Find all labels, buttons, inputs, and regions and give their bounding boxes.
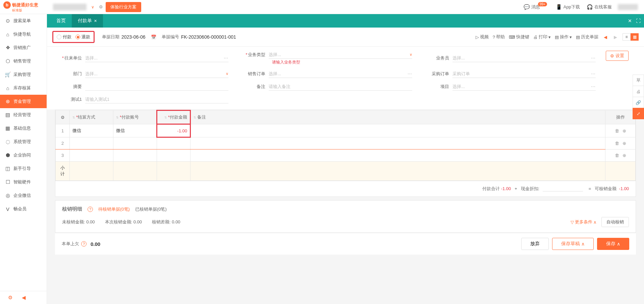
sidebar-item-wechat[interactable]: ◎企业微信	[0, 189, 47, 202]
shortcut-link[interactable]: ⌨ 快捷键	[509, 34, 529, 40]
col-remark[interactable]: ⇅备注	[191, 111, 605, 124]
calendar-icon[interactable]: 📅	[151, 35, 156, 40]
save-button[interactable]: 保存∧	[597, 238, 629, 250]
cell-remark[interactable]	[191, 137, 605, 149]
summary-input[interactable]	[85, 84, 228, 89]
cell-account[interactable]	[113, 149, 157, 162]
delete-row-icon[interactable]: 🗑	[615, 128, 619, 133]
sidebar-item-search[interactable]: ⊙搜索菜单	[0, 14, 47, 28]
save-draft-button[interactable]: 保存草稿∧	[552, 238, 594, 250]
auto-writeoff-button[interactable]: 自动核销	[601, 217, 629, 227]
discount-input[interactable]	[543, 186, 583, 191]
tab-payment[interactable]: 付款单✕	[72, 14, 103, 28]
test1-input[interactable]	[85, 97, 228, 102]
delete-row-icon[interactable]: 🗑	[615, 153, 619, 158]
biztype-input[interactable]	[269, 52, 409, 57]
fullscreen-icon[interactable]: ⛶	[636, 18, 641, 24]
lookup-icon[interactable]: ⋯	[591, 71, 596, 76]
lookup-icon[interactable]: ⋯	[591, 84, 596, 89]
cell-method[interactable]: 微信	[70, 124, 113, 137]
table-row[interactable]: 2 🗑⊕	[56, 137, 636, 149]
messages-link[interactable]: 💬 消息 99+	[524, 4, 549, 10]
cell-amount[interactable]: -1.00	[157, 124, 191, 137]
radio-refund[interactable]: 退款	[74, 33, 92, 41]
col-method[interactable]: ⇅*结算方式	[70, 111, 113, 124]
cell-remark[interactable]	[191, 124, 605, 137]
salesorder-input[interactable]	[269, 71, 407, 76]
sidebar-item-purchase[interactable]: 🛒采购管理	[0, 68, 47, 81]
sidebar-item-funds[interactable]: ⊛资金管理	[0, 95, 47, 108]
table-gear-header[interactable]: ⚙	[56, 111, 70, 124]
close-icon[interactable]: ✕	[94, 19, 97, 23]
delete-row-icon[interactable]: 🗑	[615, 141, 619, 146]
more-conditions-link[interactable]: ▽更多条件∧	[571, 219, 597, 225]
float-draft-icon[interactable]: 草	[633, 75, 644, 86]
sidebar-item-guide[interactable]: ◫新手引导	[0, 162, 47, 175]
date-value[interactable]: 2023-06-06	[121, 34, 146, 40]
cell-amount[interactable]	[157, 149, 191, 162]
video-link[interactable]: ▷ 视频	[476, 34, 489, 40]
float-print-icon[interactable]: 🖨	[633, 86, 644, 97]
tab-pending[interactable]: 待核销单据(0笔)	[98, 206, 130, 212]
user-avatar-blurred[interactable]	[618, 4, 638, 10]
clerk-input[interactable]	[452, 55, 591, 60]
sidebar-item-hardware[interactable]: ☐智能硬件	[0, 175, 47, 189]
sidebar-item-inventory[interactable]: ⌂库存核算	[0, 81, 47, 95]
purchaseorder-input[interactable]	[452, 71, 591, 76]
cell-method[interactable]	[70, 149, 113, 162]
company-selector-blurred[interactable]	[53, 4, 87, 10]
table-row[interactable]: 1 微信 微信 -1.00 🗑⊕	[56, 124, 636, 137]
cell-method[interactable]	[70, 137, 113, 149]
table-row[interactable]: 3 🗑⊕	[56, 149, 636, 162]
close-all-icon[interactable]: ✕	[628, 18, 632, 24]
gear-icon[interactable]: ⚙	[99, 4, 103, 9]
prev-doc-icon[interactable]: ◀	[602, 34, 608, 40]
cell-account[interactable]	[113, 137, 157, 149]
view-grid-icon[interactable]: ▦	[631, 33, 639, 41]
sidebar-item-sales[interactable]: ⬡销售管理	[0, 54, 47, 68]
cell-amount[interactable]	[157, 137, 191, 149]
experience-button[interactable]: 体验行业方案	[106, 2, 141, 12]
lookup-icon[interactable]: ⋯	[224, 55, 228, 60]
sidebar-item-system[interactable]: ◌系统管理	[0, 135, 47, 148]
collapse-icon[interactable]: ◀	[22, 295, 26, 301]
history-link[interactable]: ▤ 历史单据	[576, 34, 598, 40]
app-download-link[interactable]: 📱 App下载	[556, 4, 580, 10]
settings-button[interactable]: ⚙设置	[606, 51, 629, 61]
lookup-icon[interactable]: ⋯	[408, 71, 412, 76]
sidebar-item-collab[interactable]: ⬢企业协同	[0, 148, 47, 162]
float-expand-icon[interactable]: ⤢	[633, 108, 644, 119]
online-service-link[interactable]: 🎧 在线客服	[587, 4, 612, 10]
print-link[interactable]: 🖨 打印 ▾	[533, 34, 551, 40]
next-doc-icon[interactable]: ▶	[612, 34, 619, 40]
project-input[interactable]	[452, 84, 591, 89]
vendor-input[interactable]	[85, 55, 224, 60]
chevron-down-icon[interactable]: ∨	[226, 72, 228, 76]
tab-home[interactable]: 首页	[50, 14, 72, 28]
remark-input[interactable]	[269, 84, 412, 89]
dept-input[interactable]	[85, 71, 226, 76]
help-icon[interactable]: ?	[88, 207, 93, 212]
col-account[interactable]: ⇅*付款账号	[113, 111, 157, 124]
sidebar-item-operations[interactable]: ▤经营管理	[0, 108, 47, 122]
add-row-icon[interactable]: ⊕	[623, 141, 626, 146]
lookup-icon[interactable]: ⋯	[591, 55, 596, 60]
tab-done[interactable]: 已核销单据(0笔)	[135, 206, 167, 212]
chevron-down-icon[interactable]: ∨	[91, 5, 94, 9]
cell-account[interactable]: 微信	[113, 124, 157, 137]
sidebar-item-member[interactable]: V畅会员	[0, 202, 47, 216]
sidebar-item-quicknav[interactable]: ⌂快捷导航	[0, 28, 47, 41]
add-row-icon[interactable]: ⊕	[623, 153, 626, 158]
help-icon[interactable]: ?	[81, 241, 87, 247]
col-amount[interactable]: ⇅*付款金额	[157, 111, 191, 124]
operate-link[interactable]: ▤ 操作 ▾	[555, 34, 572, 40]
sidebar-item-basedata[interactable]: ▦基础信息	[0, 122, 47, 135]
view-list-icon[interactable]: ≡	[623, 33, 631, 41]
chevron-down-icon[interactable]: ∨	[410, 52, 412, 57]
radio-payment[interactable]: 付款	[55, 33, 73, 41]
settings-gear-icon[interactable]: ⚙	[8, 295, 12, 301]
discard-button[interactable]: 放弃	[521, 238, 549, 250]
help-link[interactable]: ? 帮助	[493, 34, 505, 40]
cell-remark[interactable]	[191, 149, 605, 162]
float-attach-icon[interactable]: 🔗	[633, 97, 644, 108]
